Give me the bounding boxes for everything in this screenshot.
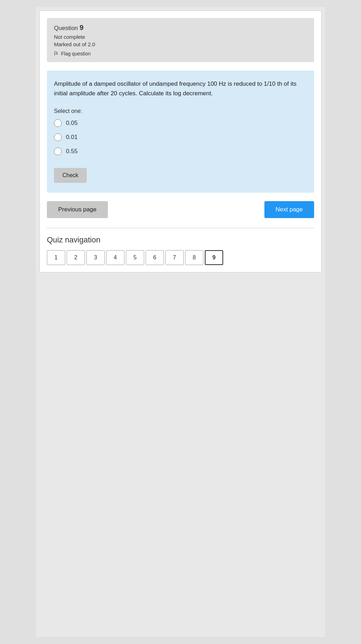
quiz-navigation: Quiz navigation 123456789 xyxy=(47,235,314,265)
radio-option-1[interactable] xyxy=(54,119,62,127)
quiz-nav-btn-3[interactable]: 3 xyxy=(86,250,105,265)
question-info-box: Question 9 Not complete Marked out of 2.… xyxy=(47,18,314,62)
select-one-label: Select one: xyxy=(54,108,307,114)
question-number: Question 9 xyxy=(54,24,307,32)
option-1[interactable]: 0.05 xyxy=(54,119,307,127)
flag-question-label: Flag question xyxy=(61,51,91,56)
question-content-box: Amplitude of a damped oscillator of unda… xyxy=(47,71,314,193)
nav-buttons: Previous page Next page xyxy=(47,201,314,218)
option-1-label: 0.05 xyxy=(66,120,78,127)
option-2[interactable]: 0.01 xyxy=(54,133,307,141)
question-text: Amplitude of a damped oscillator of unda… xyxy=(54,79,307,98)
option-3[interactable]: 0.55 xyxy=(54,148,307,155)
question-number-prefix: Question xyxy=(54,25,80,31)
quiz-nav-btn-8[interactable]: 8 xyxy=(185,250,203,265)
flag-question-button[interactable]: Flag question xyxy=(54,51,307,56)
quiz-nav-btn-2[interactable]: 2 xyxy=(67,250,85,265)
option-2-label: 0.01 xyxy=(66,134,78,141)
quiz-nav-title: Quiz navigation xyxy=(47,235,314,245)
question-number-value: 9 xyxy=(80,24,84,31)
next-page-button[interactable]: Next page xyxy=(264,201,314,218)
check-button[interactable]: Check xyxy=(54,168,87,183)
question-status: Not complete xyxy=(54,34,307,40)
quiz-nav-btn-1[interactable]: 1 xyxy=(47,250,65,265)
radio-option-3[interactable] xyxy=(54,148,62,155)
question-marked: Marked out of 2.0 xyxy=(54,41,307,47)
quiz-nav-btn-9[interactable]: 9 xyxy=(205,250,223,265)
radio-option-2[interactable] xyxy=(54,133,62,141)
previous-page-button[interactable]: Previous page xyxy=(47,201,108,218)
option-3-label: 0.55 xyxy=(66,148,78,155)
quiz-nav-btn-4[interactable]: 4 xyxy=(106,250,124,265)
outer-card: Question 9 Not complete Marked out of 2.… xyxy=(39,11,322,272)
quiz-nav-btn-7[interactable]: 7 xyxy=(165,250,184,265)
page-container: Question 9 Not complete Marked out of 2.… xyxy=(36,7,325,637)
flag-icon xyxy=(54,51,59,56)
quiz-nav-btn-5[interactable]: 5 xyxy=(126,250,144,265)
quiz-nav-btn-6[interactable]: 6 xyxy=(146,250,164,265)
section-divider xyxy=(47,228,314,228)
quiz-nav-numbers: 123456789 xyxy=(47,250,314,265)
